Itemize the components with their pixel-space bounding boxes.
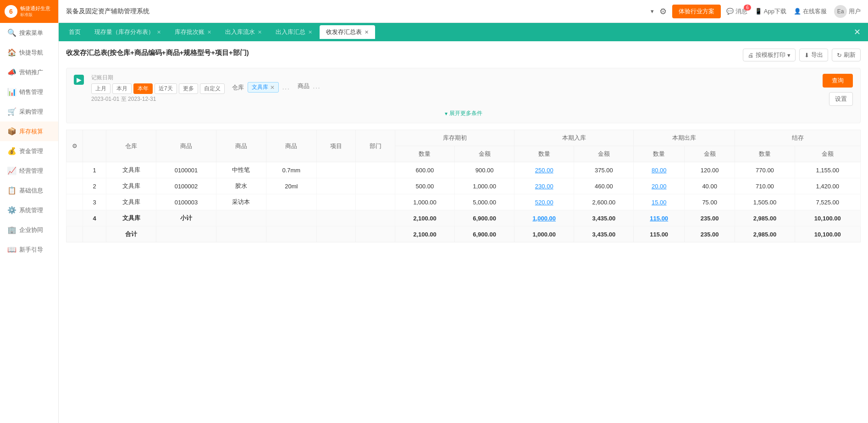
settings-icon[interactable]: ⚙ xyxy=(659,6,667,16)
set-btn[interactable]: 设置 xyxy=(829,92,853,106)
tab-close-icon[interactable]: ✕ xyxy=(207,29,211,35)
subtotal-open-amt: 6,900.00 xyxy=(455,210,514,226)
date-btn-prev-month[interactable]: 上月 xyxy=(91,83,111,94)
col-settings-btn[interactable]: ⚙ xyxy=(66,130,83,162)
date-btn-custom[interactable]: 自定义 xyxy=(200,83,225,94)
date-btn-7days[interactable]: 近7天 xyxy=(155,83,177,94)
subtotal-empty4 xyxy=(356,210,395,226)
tab-inout-summary[interactable]: 出入库汇总 ✕ xyxy=(269,25,319,39)
tab-recv-send-summary[interactable]: 收发存汇总表 ✕ xyxy=(320,25,375,39)
print-chevron-icon: ▾ xyxy=(787,52,791,59)
sidebar-item-finance[interactable]: 💰 资金管理 xyxy=(0,141,58,161)
row-spec: 0.7mm xyxy=(266,162,316,178)
row-code: 0100003 xyxy=(156,194,216,210)
tab-close-icon[interactable]: ✕ xyxy=(157,29,161,35)
sidebar-item-guide[interactable]: 📖 新手引导 xyxy=(0,240,58,259)
row-dept xyxy=(356,178,395,194)
total-empty3 xyxy=(216,226,266,242)
row-setting xyxy=(66,194,83,210)
export-btn[interactable]: ⬇ 导出 xyxy=(799,49,828,61)
expand-more-btn[interactable]: ▾ 展开更多条件 xyxy=(445,110,482,117)
sidebar-item-company[interactable]: 🏢 企业协同 xyxy=(0,220,58,240)
trial-btn[interactable]: 体验行业方案 xyxy=(672,5,721,18)
expand-icon: ▾ xyxy=(445,110,448,117)
date-btn-this-year[interactable]: 本年 xyxy=(133,83,153,94)
date-filter-label: 记账日期 xyxy=(91,74,225,82)
col-closing-header: 结存 xyxy=(735,130,861,146)
subtotal-close-qty: 2,985.00 xyxy=(735,210,795,226)
col-spec-header: 商品 xyxy=(266,130,316,162)
row-out-qty[interactable]: 15.00 xyxy=(634,194,684,210)
subtotal-in-qty[interactable]: 1,000.00 xyxy=(514,210,574,226)
sidebar-item-sales[interactable]: 📊 销售管理 xyxy=(0,82,58,102)
sales-icon: 📊 xyxy=(7,88,16,96)
tabbar-close-icon[interactable]: ✕ xyxy=(850,27,864,37)
date-btn-this-month[interactable]: 本月 xyxy=(112,83,132,94)
export-icon: ⬇ xyxy=(804,52,809,59)
inventory-icon: 📦 xyxy=(7,127,16,136)
sidebar-item-basic[interactable]: 📋 基础信息 xyxy=(0,181,58,200)
tab-inout-flow[interactable]: 出入库流水 ✕ xyxy=(219,25,268,39)
row-out-qty[interactable]: 20.00 xyxy=(634,178,684,194)
goods-filter-label: 商品 xyxy=(298,82,310,90)
sidebar-item-marketing[interactable]: 📣 营销推广 xyxy=(0,62,58,82)
filter-collapse-btn[interactable]: ▶ xyxy=(74,75,84,85)
subtotal-open-qty: 2,100.00 xyxy=(395,210,454,226)
goods-dots[interactable]: ... xyxy=(313,83,321,90)
col-opening-header: 库存期初 xyxy=(395,130,514,146)
page: 收发存汇总表(按仓库+商品编码+商品+规格型号+项目+部门) 🖨 按模板打印 ▾… xyxy=(59,41,868,423)
row-close-qty: 710.00 xyxy=(735,178,795,194)
tab-inventory-dist[interactable]: 现存量（库存分布表） ✕ xyxy=(88,25,167,39)
sidebar-item-operation[interactable]: 📈 经营管理 xyxy=(0,161,58,181)
warehouse-tag-close[interactable]: ✕ xyxy=(270,84,275,91)
app-download-btn[interactable]: 📱 App下载 xyxy=(755,7,786,16)
row-setting xyxy=(66,178,83,194)
total-out-amt: 235.00 xyxy=(684,226,735,242)
row-open-qty: 1,000.00 xyxy=(395,194,454,210)
system-title: 装备及固定资产辅助管理系统 xyxy=(66,7,645,16)
online-service-btn[interactable]: 👤 在线客服 xyxy=(794,7,827,16)
total-out-qty: 115.00 xyxy=(634,226,684,242)
col-out-header: 本期出库 xyxy=(634,130,735,146)
col-name-header: 商品 xyxy=(216,130,266,162)
print-btn[interactable]: 🖨 按模板打印 ▾ xyxy=(743,49,796,61)
sidebar-item-inventory[interactable]: 📦 库存核算 xyxy=(0,121,58,141)
sidebar-item-label: 库存核算 xyxy=(19,127,43,136)
warehouse-tag-text: 文具库 xyxy=(252,83,268,91)
tab-close-icon[interactable]: ✕ xyxy=(308,29,312,35)
row-in-qty[interactable]: 230.00 xyxy=(514,178,574,194)
sidebar-item-system[interactable]: ⚙️ 系统管理 xyxy=(0,200,58,220)
table-row: 1 文具库 0100001 中性笔 0.7mm 600.00 900.00 25… xyxy=(66,162,861,178)
app-logo: 6 畅捷通好生意 标准版 xyxy=(0,0,58,23)
system-dropdown[interactable]: ▾ xyxy=(651,8,654,15)
date-btn-more[interactable]: 更多 xyxy=(179,83,198,94)
subtotal-out-qty[interactable]: 115.00 xyxy=(634,210,684,226)
messages-btn[interactable]: 💬 消息 6 xyxy=(726,7,747,16)
subtotal-out-amt: 235.00 xyxy=(684,210,735,226)
tab-close-icon[interactable]: ✕ xyxy=(258,29,262,35)
total-label: 合计 xyxy=(106,226,156,242)
row-out-qty[interactable]: 80.00 xyxy=(634,162,684,178)
tab-close-icon[interactable]: ✕ xyxy=(365,29,369,35)
user-btn[interactable]: Ea 用户 xyxy=(834,5,861,18)
row-dept xyxy=(356,194,395,210)
sidebar-item-purchase[interactable]: 🛒 采购管理 xyxy=(0,102,58,121)
sidebar-item-label: 系统管理 xyxy=(19,206,43,214)
row-project xyxy=(317,162,356,178)
row-in-qty[interactable]: 520.00 xyxy=(514,194,574,210)
subtotal-no: 4 xyxy=(83,210,106,226)
sidebar-item-quick[interactable]: 🏠 快捷导航 xyxy=(0,43,58,62)
col-in-header: 本期入库 xyxy=(514,130,634,146)
tab-home[interactable]: 首页 xyxy=(62,25,87,39)
refresh-btn[interactable]: ↻ 刷新 xyxy=(832,49,861,61)
subtotal-empty2 xyxy=(266,210,316,226)
row-no: 3 xyxy=(83,194,106,210)
tab-label: 库存批次账 xyxy=(175,28,205,36)
row-in-qty[interactable]: 250.00 xyxy=(514,162,574,178)
query-btn[interactable]: 查询 xyxy=(823,74,853,88)
row-setting xyxy=(66,210,83,226)
content-area: 收发存汇总表(按仓库+商品编码+商品+规格型号+项目+部门) 🖨 按模板打印 ▾… xyxy=(59,41,868,423)
tab-batch[interactable]: 库存批次账 ✕ xyxy=(168,25,218,39)
sidebar-item-search[interactable]: 🔍 搜索菜单 xyxy=(0,23,58,43)
warehouse-dots[interactable]: ... xyxy=(282,84,290,91)
